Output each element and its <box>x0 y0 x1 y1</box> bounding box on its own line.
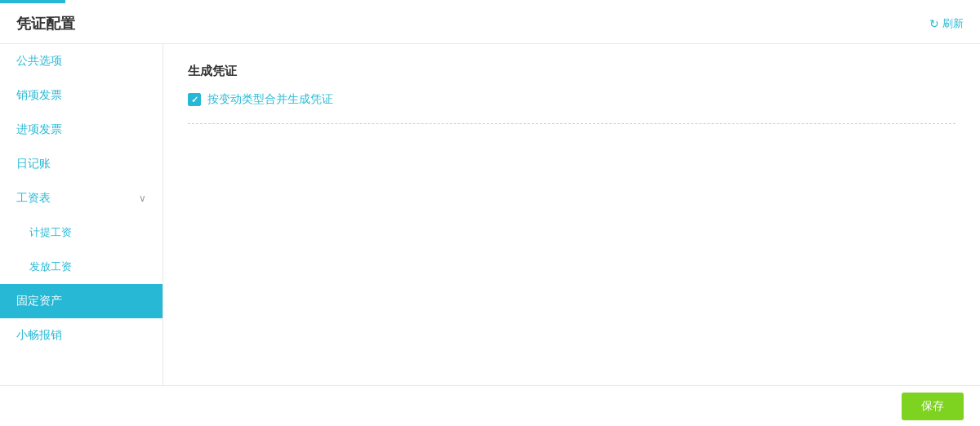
chevron-down-icon: ∨ <box>139 193 146 204</box>
refresh-label: 刷新 <box>942 16 964 31</box>
main-layout: 公共选项销项发票进项发票日记账工资表∨计提工资发放工资固定资产小畅报销 生成凭证… <box>0 44 980 385</box>
page-title: 凭证配置 <box>16 14 75 33</box>
section-divider <box>188 123 956 124</box>
checkbox-row: 按变动类型合并生成凭证 <box>188 92 956 107</box>
sidebar-item-label: 工资表 <box>16 191 51 206</box>
save-button[interactable]: 保存 <box>902 393 964 420</box>
sidebar-item-public-options[interactable]: 公共选项 <box>0 44 163 78</box>
sidebar: 公共选项销项发票进项发票日记账工资表∨计提工资发放工资固定资产小畅报销 <box>0 44 163 385</box>
sidebar-item-label: 日记账 <box>16 157 51 171</box>
sidebar-item-label: 计提工资 <box>29 225 72 240</box>
sidebar-item-label: 固定资产 <box>16 294 62 308</box>
sidebar-item-payroll-table[interactable]: 工资表∨ <box>0 181 163 215</box>
sidebar-item-journal[interactable]: 日记账 <box>0 147 163 181</box>
sidebar-item-purchase-invoice[interactable]: 进项发票 <box>0 113 163 147</box>
refresh-icon: ↻ <box>929 17 939 30</box>
page-wrapper: 凭证配置 ↻ 刷新 公共选项销项发票进项发票日记账工资表∨计提工资发放工资固定资… <box>0 0 980 426</box>
refresh-button[interactable]: ↻ 刷新 <box>929 16 964 31</box>
sidebar-item-label: 进项发票 <box>16 122 62 137</box>
content-area: 生成凭证 按变动类型合并生成凭证 <box>163 44 980 385</box>
sidebar-item-label: 销项发票 <box>16 88 62 103</box>
sidebar-item-expense-report[interactable]: 小畅报销 <box>0 318 163 353</box>
section-title: 生成凭证 <box>188 64 956 79</box>
sidebar-item-label: 发放工资 <box>29 260 72 274</box>
merge-checkbox[interactable] <box>188 93 201 106</box>
sidebar-item-accrual-salary[interactable]: 计提工资 <box>0 215 163 250</box>
sidebar-item-label: 公共选项 <box>16 54 62 69</box>
top-accent-bar <box>0 0 65 3</box>
page-footer: 保存 <box>0 385 980 426</box>
sidebar-item-sales-invoice[interactable]: 销项发票 <box>0 78 163 113</box>
sidebar-item-label: 小畅报销 <box>16 328 62 343</box>
page-header: 凭证配置 ↻ 刷新 <box>0 3 980 44</box>
sidebar-item-fixed-assets[interactable]: 固定资产 <box>0 284 163 318</box>
checkbox-label: 按变动类型合并生成凭证 <box>207 92 333 107</box>
sidebar-item-pay-salary[interactable]: 发放工资 <box>0 250 163 284</box>
